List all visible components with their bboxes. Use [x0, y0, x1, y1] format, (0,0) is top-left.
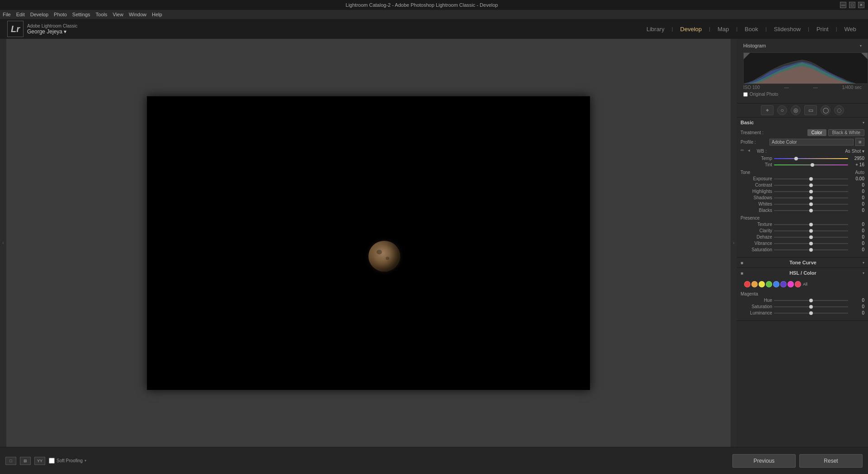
hsl-enable-icon[interactable]: ■ — [741, 271, 743, 276]
view-grid-btn[interactable]: ⊞ — [20, 457, 31, 465]
original-photo-checkbox[interactable] — [743, 92, 748, 97]
wb-pipette-icon[interactable]: ◂ — [748, 148, 754, 154]
texture-slider[interactable] — [774, 224, 848, 225]
menu-develop[interactable]: Develop — [30, 12, 48, 17]
view-coord-btn[interactable]: YY — [34, 457, 45, 465]
soft-proofing-dropdown[interactable]: ▾ — [85, 459, 86, 463]
hsl-dot-orange[interactable] — [751, 281, 758, 287]
hsl-dot-red[interactable] — [744, 281, 750, 287]
tint-thumb[interactable] — [811, 163, 814, 167]
soft-proofing-checkbox[interactable] — [49, 458, 55, 464]
wb-eyedropper-icon[interactable]: ✏ — [741, 148, 747, 154]
hsl-collapse-icon: ▾ — [863, 271, 864, 275]
hsl-dot-blue[interactable] — [780, 281, 787, 287]
nav-print[interactable]: Print — [812, 24, 833, 34]
view-single-btn[interactable]: □ — [5, 457, 16, 465]
saturation-slider[interactable] — [774, 249, 848, 250]
hsl-all-button[interactable]: All — [802, 281, 808, 287]
tint-slider[interactable] — [774, 164, 848, 165]
highlights-slider[interactable] — [774, 191, 848, 192]
menu-edit[interactable]: Edit — [16, 12, 25, 17]
saturation-thumb[interactable] — [809, 248, 813, 252]
clarity-slider[interactable] — [774, 230, 848, 231]
previous-button[interactable]: Previous — [732, 454, 796, 468]
hsl-lum-slider[interactable] — [774, 313, 848, 314]
menu-tools[interactable]: Tools — [96, 12, 108, 17]
contrast-thumb[interactable] — [809, 183, 813, 187]
profile-grid-btn[interactable]: ⊞ — [855, 138, 864, 146]
profile-select[interactable]: Adobe Color — [769, 139, 854, 145]
hsl-dot-yellow[interactable] — [759, 281, 765, 287]
menu-view[interactable]: View — [113, 12, 123, 17]
blacks-slider[interactable] — [774, 210, 848, 211]
left-panel-toggle[interactable]: ‹ — [0, 39, 6, 447]
temp-slider[interactable] — [774, 158, 848, 159]
treatment-color-btn[interactable]: Color — [807, 129, 826, 136]
hsl-sat-thumb[interactable] — [809, 305, 813, 309]
nav-library[interactable]: Library — [642, 24, 669, 34]
menu-settings[interactable]: Settings — [72, 12, 90, 17]
menu-photo[interactable]: Photo — [54, 12, 67, 17]
adjustment-brush-tool[interactable]: ◌ — [834, 105, 844, 115]
nav-book[interactable]: Book — [740, 24, 763, 34]
menu-window[interactable]: Window — [129, 12, 146, 17]
right-panel-toggle[interactable]: › — [731, 39, 737, 447]
tone-curve-enable-icon[interactable]: ■ — [741, 260, 743, 265]
crop-tool[interactable]: ⌖ — [761, 105, 774, 115]
shadows-slider[interactable] — [774, 197, 848, 198]
exposure-thumb[interactable] — [809, 177, 813, 181]
tone-auto-btn[interactable]: Auto — [855, 170, 864, 175]
shadows-label: Shadows — [741, 195, 772, 200]
nav-map[interactable]: Map — [713, 24, 733, 34]
nav-develop[interactable]: Develop — [676, 24, 707, 34]
vibrance-thumb[interactable] — [809, 242, 813, 245]
hsl-hue-thumb[interactable] — [809, 299, 813, 302]
whites-thumb[interactable] — [809, 202, 813, 206]
basic-panel-title: Basic — [741, 120, 754, 125]
dehaze-thumb[interactable] — [809, 235, 813, 239]
vibrance-row: Vibrance 0 — [741, 241, 864, 246]
exposure-slider[interactable] — [774, 178, 848, 179]
whites-slider[interactable] — [774, 204, 848, 205]
hsl-panel-header[interactable]: ■ HSL / Color ▾ — [737, 268, 868, 278]
hsl-dot-aqua[interactable] — [773, 281, 779, 287]
texture-thumb[interactable] — [809, 223, 813, 226]
close-button[interactable]: ✕ — [858, 2, 864, 8]
clarity-thumb[interactable] — [809, 229, 813, 233]
nav-web[interactable]: Web — [840, 24, 861, 34]
lr-user-name[interactable]: George Jejeya ▾ — [27, 28, 77, 35]
hsl-dot-purple[interactable] — [788, 281, 794, 287]
hsl-dot-green[interactable] — [766, 281, 772, 287]
tone-curve-header[interactable]: ■ Tone Curve ▾ — [737, 258, 868, 268]
photo-canvas[interactable] — [6, 39, 731, 447]
highlights-thumb[interactable] — [809, 190, 813, 193]
hsl-hue-slider[interactable] — [774, 300, 848, 301]
dehaze-value: 0 — [850, 235, 864, 239]
radial-filter-tool[interactable]: ◯ — [821, 105, 830, 115]
blacks-thumb[interactable] — [809, 209, 813, 212]
hsl-lum-thumb[interactable] — [809, 311, 813, 315]
minimize-button[interactable]: — — [840, 2, 846, 8]
histogram-header[interactable]: Histogram ▾ — [740, 41, 865, 51]
wb-value[interactable]: As Shot ▾ — [845, 149, 864, 154]
hsl-sat-slider[interactable] — [774, 306, 848, 307]
reset-button[interactable]: Reset — [799, 454, 863, 468]
basic-panel-header[interactable]: Basic ▾ — [737, 117, 868, 127]
contrast-slider[interactable] — [774, 185, 848, 186]
temp-thumb[interactable] — [794, 157, 798, 160]
spot-removal-tool[interactable]: ○ — [777, 105, 787, 115]
dehaze-slider[interactable] — [774, 237, 848, 238]
hsl-dot-magenta[interactable] — [795, 281, 801, 287]
menu-file[interactable]: File — [3, 12, 11, 17]
gradient-filter-tool[interactable]: ▭ — [804, 105, 817, 115]
tint-label: Tint — [741, 162, 772, 167]
menu-help[interactable]: Help — [152, 12, 162, 17]
treatment-bw-btn[interactable]: Black & White — [828, 129, 864, 136]
hsl-lum-value: 0 — [850, 310, 864, 315]
shadows-thumb[interactable] — [809, 196, 813, 200]
top-nav: Lr Adobe Lightroom Classic George Jejeya… — [0, 19, 868, 39]
maximize-button[interactable]: □ — [849, 2, 855, 8]
vibrance-slider[interactable] — [774, 243, 848, 244]
redeye-tool[interactable]: ◎ — [791, 105, 801, 115]
nav-slideshow[interactable]: Slideshow — [769, 24, 805, 34]
